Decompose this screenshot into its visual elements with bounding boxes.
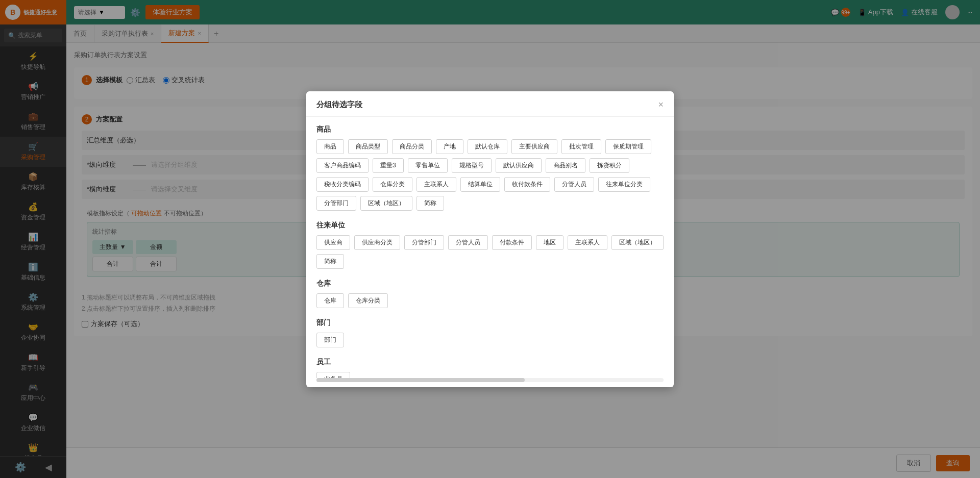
field-chip-1-4[interactable]: 付款条件	[492, 235, 532, 250]
field-chip-0-0[interactable]: 商品	[316, 139, 344, 154]
field-chips-1: 供应商供应商分类分管部门分管人员付款条件地区主联系人区域（地区）简称	[316, 235, 664, 269]
field-chip-1-7[interactable]: 区域（地区）	[611, 235, 664, 250]
field-chip-1-3[interactable]: 分管人员	[448, 235, 488, 250]
field-chips-3: 部门	[316, 333, 664, 347]
field-chip-0-20[interactable]: 分管人员	[554, 177, 594, 192]
field-chip-0-11[interactable]: 规格型号	[452, 158, 492, 173]
field-chip-1-1[interactable]: 供应商分类	[354, 235, 400, 250]
field-group-2: 仓库仓库仓库分类	[316, 279, 664, 308]
field-chips-4: 业务员	[316, 372, 664, 378]
field-chip-2-1[interactable]: 仓库分类	[348, 293, 388, 308]
field-group-0: 商品商品商品类型商品分类产地默认仓库主要供应商批次管理保质期管理客户商品编码重量…	[316, 125, 664, 211]
field-chip-0-21[interactable]: 往来单位分类	[598, 177, 650, 192]
field-chip-0-10[interactable]: 零售单位	[408, 158, 448, 173]
field-chip-0-24[interactable]: 简称	[416, 196, 444, 211]
field-chip-1-8[interactable]: 简称	[316, 254, 344, 269]
field-chip-0-19[interactable]: 收付款条件	[504, 177, 550, 192]
field-chip-0-5[interactable]: 主要供应商	[511, 139, 557, 154]
field-group-title-4: 员工	[316, 358, 664, 367]
field-chip-1-2[interactable]: 分管部门	[404, 235, 444, 250]
field-chip-2-0[interactable]: 仓库	[316, 293, 344, 308]
field-chip-0-6[interactable]: 批次管理	[561, 139, 601, 154]
field-chip-0-16[interactable]: 仓库分类	[373, 177, 412, 192]
field-chip-0-18[interactable]: 结算单位	[460, 177, 500, 192]
field-chip-0-12[interactable]: 默认供应商	[496, 158, 542, 173]
field-chip-0-22[interactable]: 分管部门	[316, 196, 356, 211]
modal-header: 分组待选字段 ×	[306, 91, 674, 117]
field-group-3: 部门部门	[316, 318, 664, 347]
field-select-modal: 分组待选字段 × 商品商品商品类型商品分类产地默认仓库主要供应商批次管理保质期管…	[306, 91, 674, 387]
field-chip-1-5[interactable]: 地区	[536, 235, 564, 250]
field-chips-0: 商品商品类型商品分类产地默认仓库主要供应商批次管理保质期管理客户商品编码重量3零…	[316, 139, 664, 211]
field-chip-0-15[interactable]: 税收分类编码	[316, 177, 369, 192]
field-chip-0-14[interactable]: 拣货积分	[590, 158, 629, 173]
modal-title: 分组待选字段	[316, 100, 362, 110]
field-chip-1-0[interactable]: 供应商	[316, 235, 350, 250]
scrollbar-thumb	[316, 378, 525, 382]
field-chip-0-7[interactable]: 保质期管理	[605, 139, 651, 154]
field-chip-1-6[interactable]: 主联系人	[568, 235, 607, 250]
field-chip-4-0[interactable]: 业务员	[316, 372, 350, 378]
field-chip-3-0[interactable]: 部门	[316, 333, 344, 347]
field-chip-0-23[interactable]: 区域（地区）	[360, 196, 412, 211]
modal-horizontal-scrollbar[interactable]	[316, 378, 664, 382]
field-chip-0-8[interactable]: 客户商品编码	[316, 158, 369, 173]
field-group-1: 往来单位供应商供应商分类分管部门分管人员付款条件地区主联系人区域（地区）简称	[316, 221, 664, 269]
modal-overlay[interactable]: 分组待选字段 × 商品商品商品类型商品分类产地默认仓库主要供应商批次管理保质期管…	[0, 0, 980, 478]
modal-close-button[interactable]: ×	[658, 99, 664, 110]
field-chip-0-17[interactable]: 主联系人	[416, 177, 456, 192]
field-group-title-1: 往来单位	[316, 221, 664, 230]
field-group-4: 员工业务员	[316, 358, 664, 378]
field-group-title-2: 仓库	[316, 279, 664, 288]
field-chip-0-13[interactable]: 商品别名	[546, 158, 585, 173]
field-chips-2: 仓库仓库分类	[316, 293, 664, 308]
field-chip-0-9[interactable]: 重量3	[373, 158, 404, 173]
field-chip-0-3[interactable]: 产地	[436, 139, 463, 154]
modal-body: 商品商品商品类型商品分类产地默认仓库主要供应商批次管理保质期管理客户商品编码重量…	[306, 117, 674, 378]
field-group-title-0: 商品	[316, 125, 664, 134]
field-chip-0-4[interactable]: 默认仓库	[468, 139, 507, 154]
field-group-title-3: 部门	[316, 318, 664, 328]
field-chip-0-1[interactable]: 商品类型	[348, 139, 388, 154]
field-chip-0-2[interactable]: 商品分类	[392, 139, 432, 154]
